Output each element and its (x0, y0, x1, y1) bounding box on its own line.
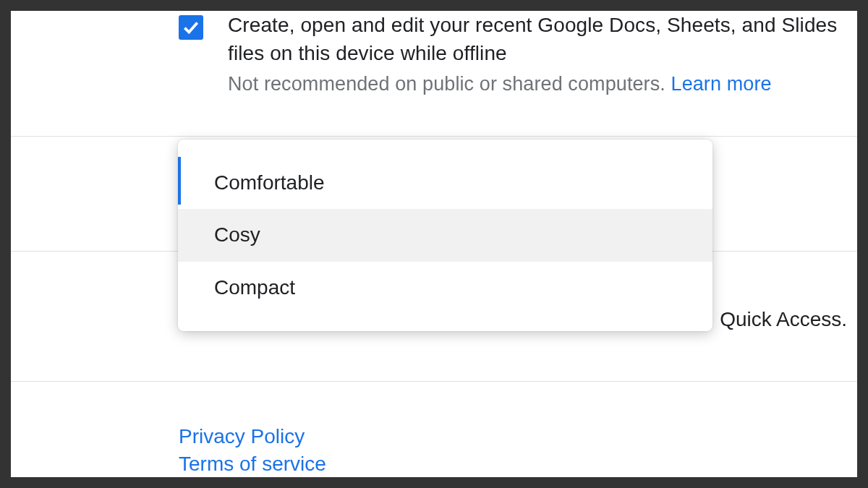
density-option-cosy[interactable]: Cosy (178, 209, 712, 261)
offline-subtitle: Not recommended on public or shared comp… (228, 73, 857, 95)
density-option-compact[interactable]: Compact (178, 262, 712, 314)
offline-title: Create, open and edit your recent Google… (228, 11, 857, 67)
divider (11, 136, 857, 137)
checkmark-icon (182, 18, 200, 37)
settings-panel: Create, open and edit your recent Google… (11, 11, 857, 477)
learn-more-link[interactable]: Learn more (671, 73, 772, 95)
terms-of-service-link[interactable]: Terms of service (179, 450, 326, 477)
offline-subtitle-text: Not recommended on public or shared comp… (228, 73, 671, 95)
privacy-policy-link[interactable]: Privacy Policy (179, 423, 326, 450)
dropdown-accent-bar (178, 157, 181, 205)
offline-checkbox[interactable] (179, 15, 203, 40)
divider (11, 381, 857, 382)
offline-text-block: Create, open and edit your recent Google… (228, 11, 857, 95)
footer-links: Privacy Policy Terms of service (179, 423, 326, 477)
density-option-comfortable[interactable]: Comfortable (178, 157, 712, 209)
density-dropdown: Comfortable Cosy Compact (178, 140, 712, 331)
offline-setting-row: Create, open and edit your recent Google… (11, 11, 857, 95)
